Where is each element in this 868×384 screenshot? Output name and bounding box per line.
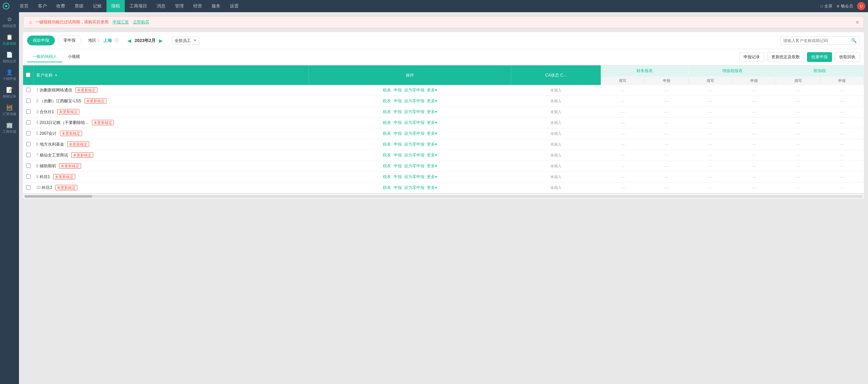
row-checkbox-6[interactable] [26, 153, 31, 157]
sidebar-item-tax-settings[interactable]: ⚙ 报税设置 [0, 14, 19, 31]
btn-batch-declare[interactable]: 批量申报 [807, 52, 832, 62]
scroll-bar-area[interactable] [23, 193, 864, 199]
sidebar-item-annual-settlement[interactable]: 🧮 汇算清缴 [0, 102, 19, 119]
status-badge-7: 未更新核定 [59, 163, 81, 169]
actions-cell-8: 税表 申报 设为零申报 更多▾ [309, 172, 511, 183]
row-checkbox-4[interactable] [26, 131, 31, 135]
action-declare-6[interactable]: 申报 [394, 153, 402, 157]
nav-operations[interactable]: 经营 [189, 0, 207, 12]
action-declare-8[interactable]: 申报 [394, 174, 402, 179]
tab-zero-declaration[interactable]: 零申报 [58, 36, 81, 45]
action-zero-7[interactable]: 设为零申报 [404, 164, 425, 168]
nav-accounting[interactable]: 记账 [88, 0, 106, 12]
scroll-thumb[interactable] [24, 195, 92, 198]
action-declare-5[interactable]: 申报 [394, 142, 402, 147]
row-checkbox-5[interactable] [26, 142, 31, 146]
sidebar-item-tax-records[interactable]: 📝 报税记录 [0, 84, 19, 102]
th-group-vat: 附加税 [776, 65, 864, 77]
row-checkbox-8[interactable] [26, 174, 31, 179]
buy-link[interactable]: 立即购买 [133, 19, 149, 25]
row-checkbox-1[interactable] [26, 99, 31, 103]
action-zero-3[interactable]: 设为零申报 [404, 120, 425, 125]
sidebar-item-annual-report[interactable]: 🏢 工商年报 [0, 119, 19, 137]
search-button[interactable]: 🔍 [848, 37, 860, 44]
prev-date-btn[interactable]: ◀ [125, 37, 133, 44]
row-checkbox-7[interactable] [26, 164, 31, 168]
action-declare-4[interactable]: 申报 [394, 131, 402, 136]
nav-home[interactable]: 首页 [15, 0, 33, 12]
nav-client[interactable]: 客户 [33, 0, 52, 12]
action-tax-table-4[interactable]: 税表 [383, 131, 391, 136]
action-zero-9[interactable]: 设为零申报 [404, 185, 425, 190]
action-tax-table-1[interactable]: 税表 [383, 99, 391, 103]
nav-billing[interactable]: 收费 [52, 0, 70, 12]
next-date-btn[interactable]: ▶ [157, 37, 165, 44]
action-more-7[interactable]: 更多▾ [427, 164, 437, 168]
tab-small-scale[interactable]: 小规模 [62, 52, 85, 62]
actions-cell-5: 税表 申报 设为零申报 更多▾ [309, 139, 511, 150]
row-num-0: 1 [36, 88, 40, 92]
action-declare-3[interactable]: 申报 [394, 120, 402, 125]
nav-manage[interactable]: 管理 [170, 0, 189, 12]
user-avatar[interactable]: U [857, 2, 865, 10]
action-buttons: 申报记录 更新统定及取数 批量申报 收取回执 [739, 52, 860, 62]
col-1-row-0: — [645, 85, 688, 96]
report-link[interactable]: 申报汇签 [113, 19, 129, 25]
action-zero-8[interactable]: 设为零申报 [404, 174, 425, 179]
action-more-9[interactable]: 更多▾ [427, 185, 437, 190]
action-more-8[interactable]: 更多▾ [427, 174, 437, 179]
tab-tax-declaration[interactable]: 税款申报 [27, 36, 55, 45]
nav-service[interactable]: 服务 [207, 0, 225, 12]
action-more-6[interactable]: 更多▾ [427, 153, 437, 157]
action-tax-table-2[interactable]: 税表 [383, 109, 391, 114]
sidebar-item-personal-tax[interactable]: 👤 个税申报 [0, 66, 19, 84]
action-declare-7[interactable]: 申报 [394, 164, 402, 168]
fullscreen-btn[interactable]: □ 全屏 [821, 3, 832, 9]
top-nav: 首页 客户 收费 票据 记账 报税 工商项目 消息 管理 经营 服务 设置 □ … [0, 0, 868, 12]
action-tax-table-0[interactable]: 税表 [383, 88, 391, 92]
dept-select[interactable]: 全部员工 [172, 37, 199, 45]
action-declare-1[interactable]: 申报 [394, 99, 402, 103]
btn-update-fetch[interactable]: 更新统定及取数 [767, 52, 804, 62]
action-zero-5[interactable]: 设为零申报 [404, 142, 425, 147]
search-input[interactable] [781, 37, 848, 44]
action-zero-6[interactable]: 设为零申报 [404, 153, 425, 157]
btn-declare-records[interactable]: 申报记录 [739, 52, 764, 62]
action-more-3[interactable]: 更多▾ [427, 120, 437, 125]
action-tax-table-7[interactable]: 税表 [383, 164, 391, 168]
action-zero-1[interactable]: 设为零申报 [404, 99, 425, 103]
action-zero-0[interactable]: 设为零申报 [404, 88, 425, 92]
action-more-2[interactable]: 更多▾ [427, 109, 437, 114]
action-tax-table-8[interactable]: 税表 [383, 174, 391, 179]
action-more-4[interactable]: 更多▾ [427, 131, 437, 136]
row-checkbox-0[interactable] [26, 88, 31, 92]
sidebar-item-batch-tax[interactable]: 📋 批量报税 [0, 31, 19, 49]
sidebar-item-tax-overview[interactable]: 📄 报税总览 [0, 49, 19, 66]
top-nav-right: □ 全屏 ⊕ 畅会员 U [821, 2, 865, 10]
action-tax-table-9[interactable]: 税表 [383, 185, 391, 190]
nav-message[interactable]: 消息 [152, 0, 170, 12]
banner-close-btn[interactable]: ✕ [855, 20, 860, 25]
action-declare-9[interactable]: 申报 [394, 185, 402, 190]
action-declare-0[interactable]: 申报 [394, 88, 402, 92]
nav-settings[interactable]: 设置 [225, 0, 243, 12]
action-declare-2[interactable]: 申报 [394, 109, 402, 114]
nav-business[interactable]: 工商项目 [125, 0, 152, 12]
action-tax-table-6[interactable]: 税表 [383, 153, 391, 157]
member-btn[interactable]: ⊕ 畅会员 [836, 3, 853, 9]
action-zero-4[interactable]: 设为零申报 [404, 131, 425, 136]
tab-general-taxpayer[interactable]: 一般的纳税人 [27, 52, 62, 62]
select-all-checkbox[interactable] [26, 72, 31, 77]
row-checkbox-9[interactable] [26, 185, 31, 190]
row-checkbox-3[interactable] [26, 120, 31, 125]
action-tax-table-5[interactable]: 税表 [383, 142, 391, 147]
action-more-5[interactable]: 更多▾ [427, 142, 437, 147]
action-more-0[interactable]: 更多▾ [427, 88, 437, 92]
btn-get-receipt[interactable]: 收取回执 [835, 52, 860, 62]
action-more-1[interactable]: 更多▾ [427, 99, 437, 103]
action-tax-table-3[interactable]: 税表 [383, 120, 391, 125]
nav-invoice[interactable]: 票据 [70, 0, 88, 12]
nav-tax[interactable]: 报税 [106, 0, 125, 12]
row-checkbox-2[interactable] [26, 109, 31, 114]
action-zero-2[interactable]: 设为零申报 [404, 109, 425, 114]
